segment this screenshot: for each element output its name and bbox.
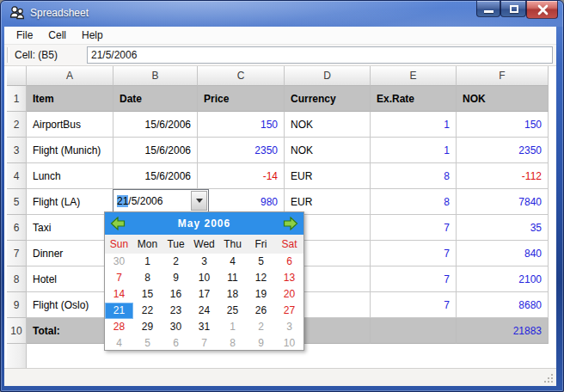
calendar-day-30[interactable]: 30	[162, 319, 190, 335]
calendar-day-5[interactable]: 5	[247, 254, 275, 270]
cell-C1[interactable]: Price	[198, 86, 285, 112]
calendar-day-4-other[interactable]: 4	[105, 335, 133, 352]
calendar-day-8[interactable]: 8	[133, 270, 162, 286]
row-header-5[interactable]: 5	[7, 189, 27, 215]
cell-C4[interactable]: -14	[198, 163, 285, 189]
row-header-8[interactable]: 8	[7, 266, 27, 292]
calendar-day-25[interactable]: 25	[218, 303, 247, 319]
calendar-day-9-other[interactable]: 9	[247, 335, 275, 352]
next-month-button[interactable]	[281, 215, 300, 232]
cell-C2[interactable]: 150	[198, 112, 285, 138]
cell-F9[interactable]: 8680	[457, 292, 549, 318]
cell-A7[interactable]: Dinner	[27, 241, 113, 266]
cell-A10[interactable]: Total:	[27, 318, 113, 344]
cell-A9[interactable]: Flight (Oslo)	[27, 292, 113, 318]
cell-A8[interactable]: Hotel	[27, 266, 113, 292]
cell-D2[interactable]: NOK	[285, 112, 371, 138]
row-header-6[interactable]: 6	[7, 215, 27, 241]
cell-F7[interactable]: 840	[457, 241, 549, 266]
row-header-1[interactable]: 1	[7, 86, 27, 112]
calendar-day-11[interactable]: 11	[218, 270, 247, 286]
cell-E7[interactable]: 7	[371, 241, 457, 266]
menu-help[interactable]: Help	[74, 27, 111, 45]
maximize-button[interactable]	[500, 1, 526, 17]
row-header-3[interactable]: 3	[7, 138, 27, 163]
calendar-day-13[interactable]: 13	[275, 270, 303, 286]
calendar-day-20[interactable]: 20	[275, 286, 303, 303]
row-header-9[interactable]: 9	[7, 292, 27, 318]
combo-dropdown-button[interactable]	[191, 191, 207, 211]
menu-file[interactable]: File	[9, 27, 40, 45]
cell-E6[interactable]: 7	[371, 215, 457, 241]
cell-E5[interactable]: 8	[371, 189, 457, 215]
row-header-10[interactable]: 10	[7, 318, 27, 344]
toolbar-grip[interactable]	[7, 47, 9, 63]
cell-D3[interactable]: NOK	[285, 138, 371, 163]
cell-E2[interactable]: 1	[371, 112, 457, 138]
resize-grip[interactable]	[543, 373, 554, 383]
calendar-day-1[interactable]: 1	[133, 254, 162, 270]
calendar-day-28[interactable]: 28	[105, 319, 133, 335]
cell-value-input[interactable]	[87, 46, 553, 64]
cell-A1[interactable]: Item	[27, 86, 113, 112]
calendar-day-5-other[interactable]: 5	[133, 335, 162, 352]
calendar-day-24[interactable]: 24	[190, 303, 218, 319]
calendar-day-7[interactable]: 7	[105, 270, 133, 286]
cell-B2[interactable]: 15/6/2006	[113, 112, 198, 138]
prev-month-button[interactable]	[108, 215, 127, 232]
calendar-day-31[interactable]: 31	[190, 319, 218, 335]
cell-F10[interactable]: 21883	[457, 318, 549, 344]
cell-D1[interactable]: Currency	[285, 86, 371, 112]
column-header-F[interactable]: F	[457, 66, 549, 86]
menu-cell[interactable]: Cell	[40, 27, 74, 45]
cell-E8[interactable]: 7	[371, 266, 457, 292]
corner-header[interactable]	[7, 66, 27, 86]
calendar-day-17[interactable]: 17	[190, 286, 218, 303]
calendar-day-7-other[interactable]: 7	[190, 335, 218, 352]
cell-F8[interactable]: 2100	[457, 266, 549, 292]
calendar-day-18[interactable]: 18	[218, 286, 247, 303]
cell-F5[interactable]: 7840	[457, 189, 549, 215]
cell-A5[interactable]: Flight (LA)	[27, 189, 113, 215]
date-combo-editor[interactable]: 21/5/2006	[113, 189, 209, 212]
calendar-day-1-other[interactable]: 1	[218, 319, 247, 335]
row-header-4[interactable]: 4	[7, 163, 27, 189]
cell-F3[interactable]: 2350	[457, 138, 549, 163]
calendar-day-29[interactable]: 29	[133, 319, 162, 335]
calendar-day-2[interactable]: 2	[162, 254, 190, 270]
calendar-day-23[interactable]: 23	[162, 303, 190, 319]
cell-E3[interactable]: 1	[371, 138, 457, 163]
cell-B4[interactable]: 15/6/2006	[113, 163, 198, 189]
cell-E10[interactable]	[371, 318, 457, 344]
column-header-C[interactable]: C	[198, 66, 285, 86]
calendar-day-12[interactable]: 12	[247, 270, 275, 286]
cell-A4[interactable]: Lunch	[27, 163, 113, 189]
cell-A3[interactable]: Flight (Munich)	[27, 138, 113, 163]
calendar-day-27[interactable]: 27	[275, 303, 303, 319]
cell-F2[interactable]: 150	[457, 112, 549, 138]
calendar-day-6-other[interactable]: 6	[162, 335, 190, 352]
cell-B3[interactable]: 15/6/2006	[113, 138, 198, 163]
cell-F6[interactable]: 35	[457, 215, 549, 241]
cell-F1[interactable]: NOK	[457, 86, 549, 112]
title-bar[interactable]: Spreadsheet	[1, 1, 564, 27]
calendar-day-30-other[interactable]: 30	[105, 254, 133, 270]
cell-A6[interactable]: Taxi	[27, 215, 113, 241]
calendar-day-26[interactable]: 26	[247, 303, 275, 319]
column-header-E[interactable]: E	[371, 66, 457, 86]
cell-E9[interactable]: 7	[371, 292, 457, 318]
column-header-B[interactable]: B	[113, 66, 198, 86]
calendar-day-19[interactable]: 19	[247, 286, 275, 303]
calendar-day-2-other[interactable]: 2	[247, 319, 275, 335]
close-button[interactable]	[526, 1, 558, 19]
calendar-day-3-other[interactable]: 3	[275, 319, 303, 335]
cell-E1[interactable]: Ex.Rate	[371, 86, 457, 112]
cell-A2[interactable]: AirportBus	[27, 112, 113, 138]
column-header-A[interactable]: A	[27, 66, 113, 86]
calendar-day-4[interactable]: 4	[218, 254, 247, 270]
calendar-day-10[interactable]: 10	[190, 270, 218, 286]
row-header-2[interactable]: 2	[7, 112, 27, 138]
calendar-day-3[interactable]: 3	[190, 254, 218, 270]
row-header-7[interactable]: 7	[7, 241, 27, 266]
cell-E4[interactable]: 8	[371, 163, 457, 189]
